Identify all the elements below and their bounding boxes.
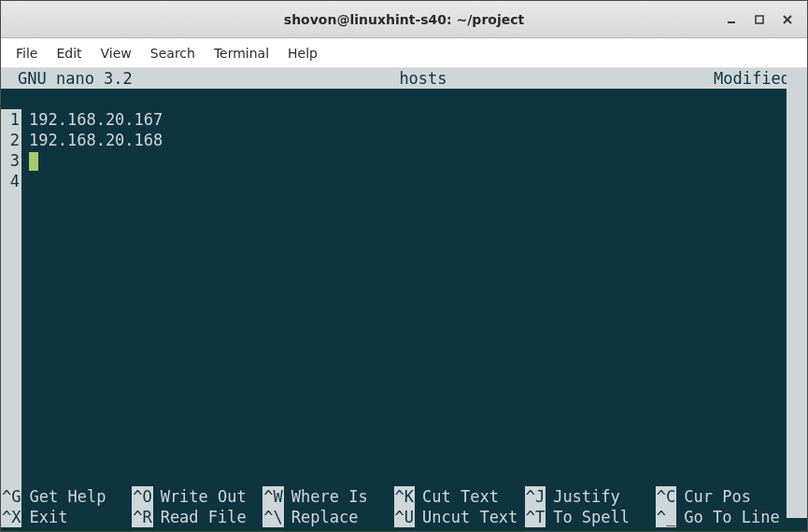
nano-shortcut-bar: ^GGet Help ^OWrite Out ^WWhere Is ^KCut … — [1, 486, 807, 531]
shortcut-uncut-text[interactable]: ^UUncut Text — [394, 507, 525, 527]
shortcut-replace[interactable]: ^\Replace — [262, 507, 393, 527]
shortcut-justify[interactable]: ^JJustify — [525, 486, 656, 507]
menu-terminal[interactable]: Terminal — [205, 42, 278, 64]
menubar: File Edit View Search Terminal Help — [1, 38, 807, 68]
line-number: 2 — [1, 130, 20, 150]
nano-filename: hosts — [133, 68, 714, 89]
maximize-button[interactable] — [745, 8, 773, 31]
shortcut-to-spell[interactable]: ^TTo Spell — [525, 507, 656, 527]
editor-body[interactable]: 1 2 3 4 192.168.20.167 192.168.20.168 — [1, 89, 807, 486]
svg-rect-1 — [756, 16, 763, 23]
editor-lines[interactable]: 192.168.20.167 192.168.20.168 — [21, 109, 163, 486]
line-number: 1 — [1, 109, 20, 130]
menu-help[interactable]: Help — [278, 42, 327, 64]
shortcut-cut-text[interactable]: ^KCut Text — [394, 486, 525, 507]
shortcut-go-to-line[interactable]: ^_Go To Line — [656, 507, 787, 527]
editor-line[interactable]: 192.168.20.168 — [29, 130, 163, 150]
shortcut-exit[interactable]: ^XExit — [1, 507, 132, 527]
terminal-area[interactable]: GNU nano 3.2 hosts Modified 1 2 3 4 192.… — [1, 68, 807, 531]
editor-line[interactable]: 192.168.20.167 — [29, 109, 163, 130]
minimize-icon — [727, 15, 736, 24]
line-number-gutter: 1 2 3 4 — [1, 109, 21, 486]
minimize-button[interactable] — [717, 8, 745, 31]
terminal-scrollbar[interactable] — [787, 68, 807, 518]
editor-line[interactable] — [29, 171, 163, 191]
menu-view[interactable]: View — [92, 42, 141, 64]
svg-rect-0 — [728, 21, 735, 23]
titlebar: shovon@linuxhint-s40: ~/project — [1, 1, 807, 38]
terminal-window: shovon@linuxhint-s40: ~/project File Edi… — [0, 0, 808, 532]
window-title: shovon@linuxhint-s40: ~/project — [284, 12, 524, 27]
nano-header: GNU nano 3.2 hosts Modified — [1, 68, 807, 89]
line-number: 4 — [1, 171, 20, 191]
cursor-icon — [29, 152, 38, 171]
maximize-icon — [755, 15, 764, 24]
menu-file[interactable]: File — [7, 42, 47, 64]
close-icon — [783, 15, 792, 24]
menu-edit[interactable]: Edit — [47, 42, 91, 64]
shortcut-where-is[interactable]: ^WWhere Is — [262, 486, 393, 507]
shortcut-write-out[interactable]: ^OWrite Out — [132, 486, 262, 507]
shortcut-cur-pos[interactable]: ^CCur Pos — [656, 486, 787, 507]
shortcut-read-file[interactable]: ^RRead File — [132, 507, 262, 527]
menu-search[interactable]: Search — [141, 42, 205, 64]
shortcut-get-help[interactable]: ^GGet Help — [1, 486, 132, 507]
nano-app-name: GNU nano 3.2 — [1, 68, 133, 89]
window-controls — [717, 8, 801, 31]
editor-line[interactable] — [29, 150, 163, 171]
close-button[interactable] — [773, 8, 801, 31]
line-number: 3 — [1, 150, 20, 171]
